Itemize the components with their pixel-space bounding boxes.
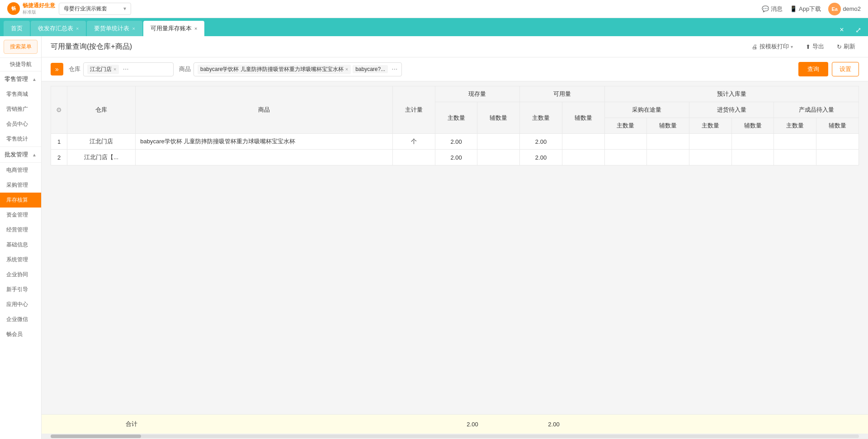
table-container: ⚙ 仓库 商品 主计量 现存量 可用量 预计入库量 主数量 辅数量 主数量 辅数… [42,81,868,414]
row-avail-main: 2.00 [520,134,562,150]
col-avail-main-header: 主数量 [520,102,562,134]
product-tag1-close[interactable]: × [345,66,348,72]
settings-button[interactable]: 设置 [832,62,859,76]
row-production-main [774,150,816,165]
filter-expand-btn[interactable]: » [51,63,63,76]
sidebar-item-app-center[interactable]: 应用中心 [0,297,41,312]
sidebar-item-ecommerce[interactable]: 电商管理 [0,163,41,178]
footer-table: 合计 2.00 2.00 [51,418,859,430]
row-avail-aux [562,134,604,150]
section-wholesale-header[interactable]: 批发管理 ▲ [0,147,41,162]
sidebar-item-retail-mall[interactable]: 零售商城 [0,87,41,102]
main-layout: 搜索菜单 快捷导航 零售管理 ▲ 零售商城 营销推广 会员中心 零售统计 批发管… [0,36,868,439]
footer-incoming-main-cell [696,418,737,430]
warehouse-input[interactable]: 江北门店 × ··· [83,62,174,76]
export-label: 导出 [812,42,824,51]
footer-incoming-aux-cell [737,418,778,430]
footer-avail-aux-cell [574,418,615,430]
row-purchase-main [604,150,647,165]
row-purchase-aux [647,150,689,165]
col-current-stock-header: 现存量 [435,86,519,102]
close-all-btn[interactable]: × [835,24,848,36]
footer-warehouse-cell [67,418,121,430]
print-icon: 🖨 [752,43,758,50]
product-tag1-value: babycare学饮杯 儿童防摔防撞吸管杯重力球吸嘴杯宝宝水杯 [200,66,344,73]
tab-receipts-label: 收发存汇总表 [38,24,73,33]
product-input[interactable]: babycare学饮杯 儿童防摔防撞吸管杯重力球吸嘴杯宝宝水杯 × babyca… [193,62,402,76]
row-stock-aux [477,134,520,150]
user-profile[interactable]: Ea demo2 [828,3,861,15]
gear-icon[interactable]: ⚙ [56,106,62,113]
col-incoming-aux: 辅数量 [731,118,774,134]
row-main-unit: 个 [393,134,435,150]
app-download-btn[interactable]: 📱 App下载 [790,5,821,13]
tab-receipts-close[interactable]: × [76,26,79,31]
expand-btn[interactable]: ⤢ [852,24,864,36]
message-btn[interactable]: 💬 消息 [762,5,783,13]
brand-icon: 畅 [7,2,20,15]
tab-available-close[interactable]: × [194,26,197,31]
tab-available-stock[interactable]: 可用量库存账本 × [143,21,204,36]
query-button[interactable]: 查询 [798,62,828,76]
brand-sub: 标准版 [23,9,55,15]
tab-home[interactable]: 首页 [4,21,30,36]
nav-tabs: 首页 收发存汇总表 × 要货单统计表 × 可用量库存账本 × × ⤢ [0,18,868,36]
user-name: demo2 [843,5,861,12]
tab-orders[interactable]: 要货单统计表 × [87,21,142,36]
col-purchase-transit-header: 采购在途量 [604,102,689,118]
sidebar-item-members[interactable]: 会员中心 [0,117,41,132]
col-main-unit-header: 主计量 [393,86,435,134]
sidebar-item-guide[interactable]: 新手引导 [0,282,41,297]
sidebar-item-purchase[interactable]: 采购管理 [0,178,41,193]
page-title: 可用量查询(按仓库+商品) [51,42,132,52]
row-index: 1 [51,134,67,150]
sidebar-item-retail-stats[interactable]: 零售统计 [0,132,41,146]
tab-orders-close[interactable]: × [132,26,135,31]
col-warehouse-header: 仓库 [67,86,136,134]
industry-selector[interactable]: 母婴行业演示账套 ▾ [59,3,131,15]
footer-label-cell: 合计 [121,418,416,430]
sidebar-item-operations[interactable]: 经营管理 [0,222,41,237]
row-product: babycare学饮杯 儿童防摔防撞吸管杯重力球吸嘴杯宝宝水杯 [136,134,393,150]
top-bar: 畅 畅捷通好生意 标准版 母婴行业演示账套 ▾ 💬 消息 📱 App下载 Ea … [0,0,868,18]
sidebar-item-marketing[interactable]: 营销推广 [0,102,41,117]
sidebar-item-inventory[interactable]: 库存核算 [0,193,41,208]
sidebar-item-finance[interactable]: 资金管理 [0,208,41,222]
search-menu-btn[interactable]: 搜索菜单 [4,40,38,54]
warehouse-tag-value: 江北门店 [90,66,112,73]
row-stock-main: 2.00 [435,150,477,165]
section-retail-header[interactable]: 零售管理 ▲ [0,71,41,87]
sidebar-item-enterprise[interactable]: 企业协同 [0,267,41,282]
print-label: 按模板打印 [760,42,789,51]
tab-receipts[interactable]: 收发存汇总表 × [31,21,86,36]
filter-warehouse-group: 仓库 江北门店 × ··· [69,62,174,76]
filter-product-group: 商品 babycare学饮杯 儿童防摔防撞吸管杯重力球吸嘴杯宝宝水杯 × bab… [179,62,402,76]
message-label: 消息 [771,5,783,13]
sidebar-item-wechat-work[interactable]: 企业微信 [0,312,41,327]
quick-nav-btn[interactable]: 快捷导航 [0,58,41,71]
row-purchase-main [604,134,647,150]
sidebar-item-system[interactable]: 系统管理 [0,252,41,267]
product-label: 商品 [179,65,191,73]
warehouse-label: 仓库 [69,65,80,73]
col-purchase-aux: 辅数量 [647,118,689,134]
scroll-track [51,434,859,438]
row-production-aux [816,134,859,150]
content-header: 可用量查询(按仓库+商品) 🖨 按模板打印 ▾ ⬆ 导出 ↻ 刷新 [42,36,868,57]
product-tag2-value: babycare?... [355,66,385,72]
scroll-bar[interactable] [42,434,868,439]
product-more-icon[interactable]: ··· [392,65,397,73]
footer-stock-aux-cell [493,418,533,430]
warehouse-more-icon[interactable]: ··· [123,65,128,73]
tab-home-label: 首页 [11,24,23,33]
refresh-btn[interactable]: ↻ 刷新 [833,41,859,52]
section-wholesale-arrow: ▲ [32,152,37,157]
warehouse-tag-close[interactable]: × [113,66,116,72]
sidebar-item-member-plus[interactable]: 畅会员 [0,327,41,342]
print-btn[interactable]: 🖨 按模板打印 ▾ [748,41,797,52]
scroll-thumb[interactable] [51,434,141,438]
col-incoming-main: 主数量 [689,118,732,134]
sidebar-item-basic-info[interactable]: 基础信息 [0,237,41,252]
export-btn[interactable]: ⬆ 导出 [802,41,828,52]
row-warehouse: 江北门店 [67,134,136,150]
